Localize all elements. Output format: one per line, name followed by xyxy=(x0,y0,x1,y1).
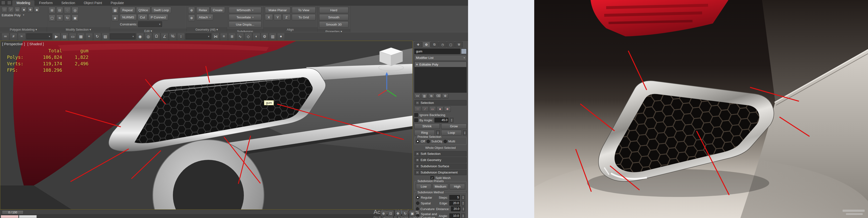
polygon-mode-icon[interactable]: ■ xyxy=(21,7,27,12)
modifier-list-dropdown[interactable]: Modifier List ▾ xyxy=(414,55,467,61)
selection-filter-dropdown[interactable]: ▾ xyxy=(26,34,52,39)
remove-modifier-icon[interactable]: ⌫ xyxy=(435,93,441,99)
viewport-pov-label[interactable]: [ Perspective ] xyxy=(2,42,25,46)
preset-high-button[interactable]: High xyxy=(450,184,465,189)
constraints-dropdown[interactable]: ▾ xyxy=(138,21,162,27)
attach-button[interactable]: Attach▾ xyxy=(196,14,213,20)
panel-caption[interactable]: Modify Selection ▾ xyxy=(47,27,110,32)
layer-manager-icon[interactable]: ≣ xyxy=(228,33,236,40)
display-tab-icon[interactable]: ▢ xyxy=(447,42,455,47)
vertex-subobject-icon[interactable]: ∷ xyxy=(414,106,421,112)
invert-selection-icon[interactable]: ↻ xyxy=(64,14,71,21)
panel-caption[interactable]: Geometry (All) ▾ xyxy=(187,27,227,32)
method-spatial-radio[interactable] xyxy=(416,202,420,205)
panel-caption[interactable]: Polygon Modeling ▾ xyxy=(0,27,47,32)
motion-tab-icon[interactable]: ◷ xyxy=(439,42,446,47)
rollout-edit-geometry[interactable]: + Edit Geometry xyxy=(414,157,467,163)
geometry-tool-icon-1[interactable]: ⊕ xyxy=(188,7,195,14)
ring-spinner[interactable] xyxy=(436,131,440,135)
bind-to-space-warp-icon[interactable]: ≈ xyxy=(18,33,25,40)
material-editor-icon[interactable]: ◐ xyxy=(253,33,260,40)
show-end-result-icon[interactable]: ▥ xyxy=(421,93,428,99)
by-angle-checkbox[interactable] xyxy=(414,118,418,122)
by-angle-field[interactable]: 45.0 xyxy=(434,118,448,122)
preview-multi-radio[interactable] xyxy=(443,140,447,143)
grow-button[interactable]: Grow xyxy=(441,123,467,129)
window-crossing-icon[interactable]: ▦ xyxy=(78,33,84,40)
viewport-label[interactable]: [ Perspective ] [ Shaded ] xyxy=(2,42,45,46)
rectangular-selection-icon[interactable]: ▭ xyxy=(69,33,76,40)
curve-editor-icon[interactable]: ∿ xyxy=(237,33,244,40)
shrink-selection-icon[interactable]: ⊟ xyxy=(56,7,63,14)
element-mode-icon[interactable]: ❖ xyxy=(28,7,33,12)
rollout-subdivision-surface[interactable]: + Subdivision Surface xyxy=(414,164,467,169)
planar-z-button[interactable]: Z xyxy=(282,14,290,20)
pconnect-button[interactable]: P Connect xyxy=(148,14,168,20)
rollout-subdivision-displacement[interactable]: − Subdivision Displacement xyxy=(414,170,467,175)
zoom-icon[interactable]: ⊕ xyxy=(380,210,387,217)
orbit-icon[interactable]: ↻ xyxy=(402,210,408,217)
edge-field[interactable]: 20.0 xyxy=(450,201,460,206)
to-view-button[interactable]: To View xyxy=(292,7,315,13)
preview-off-radio[interactable] xyxy=(416,140,420,143)
object-color-swatch[interactable] xyxy=(461,48,467,54)
swift-loop-button[interactable]: Swift Loop xyxy=(151,7,171,13)
configure-modifier-sets-icon[interactable]: ⚙ xyxy=(442,93,448,99)
rendered-frame-icon[interactable]: ▥ xyxy=(269,33,276,40)
outline-selection-icon[interactable]: ▢ xyxy=(49,14,55,21)
object-name-field[interactable]: gum xyxy=(414,48,460,54)
select-and-scale-icon[interactable]: ▧ xyxy=(102,33,109,40)
planar-y-button[interactable]: Y xyxy=(274,14,282,20)
angle-spinner[interactable] xyxy=(461,213,465,218)
angle-snap-icon[interactable]: ∠ xyxy=(161,33,168,40)
collapse-icon[interactable]: − xyxy=(416,171,419,174)
edge-subobject-icon[interactable]: ∕ xyxy=(422,106,429,112)
distance-spinner[interactable] xyxy=(462,207,465,211)
spinner-snap-icon[interactable]: ↕ xyxy=(178,33,184,40)
tab-object-paint[interactable]: Object Paint xyxy=(80,0,106,6)
unlink-selection-icon[interactable]: ≠ xyxy=(10,33,17,40)
select-and-manipulate-icon[interactable]: ◎ xyxy=(145,33,152,40)
timeline[interactable]: 0 / 100 xyxy=(0,210,413,215)
distance-field[interactable]: 20.0 xyxy=(451,207,460,211)
steps-spinner[interactable] xyxy=(461,195,465,200)
relax-button[interactable]: Relax xyxy=(196,7,210,13)
use-pivot-center-icon[interactable]: ◉ xyxy=(137,33,144,40)
tab-populate[interactable]: Populate xyxy=(106,0,128,6)
by-angle-spinner[interactable] xyxy=(450,118,454,122)
app-menu-icon[interactable] xyxy=(1,1,5,5)
angle-field[interactable]: 10.0 xyxy=(450,213,460,218)
zoom-extents-icon[interactable]: ⊡ xyxy=(388,210,394,217)
to-grid-button[interactable]: To Grid xyxy=(292,14,315,20)
make-planar-button[interactable]: Make Planar xyxy=(265,7,290,13)
ring-selection-icon[interactable]: ◎ xyxy=(72,7,79,14)
schematic-view-icon[interactable]: ◇ xyxy=(245,33,252,40)
method-regular-radio[interactable] xyxy=(416,196,420,199)
maxscript-mini-listener-2[interactable] xyxy=(19,215,37,218)
hierarchy-tab-icon[interactable]: ⧉ xyxy=(431,42,438,47)
steps-field[interactable]: 5 xyxy=(450,195,460,200)
polygon-subobject-icon[interactable]: ■ xyxy=(437,106,443,112)
edge-mode-icon[interactable]: ∕ xyxy=(8,7,14,12)
grow-selection-icon[interactable]: ⊞ xyxy=(49,7,55,14)
preset-medium-button[interactable]: Medium xyxy=(433,184,448,189)
tab-selection[interactable]: Selection xyxy=(57,0,80,6)
nurms-button[interactable]: NURMS xyxy=(120,14,137,20)
expand-icon[interactable]: + xyxy=(416,158,419,162)
rollout-selection[interactable]: − Selection xyxy=(414,100,467,106)
viewport-shading-label[interactable]: [ Shaded ] xyxy=(27,42,44,46)
split-mesh-checkbox[interactable]: ✓ xyxy=(430,176,434,180)
ring-button[interactable]: Ring xyxy=(414,130,435,136)
utilities-tab-icon[interactable]: ⚒ xyxy=(455,42,463,47)
select-by-name-icon[interactable]: ▤ xyxy=(61,33,68,40)
render-setup-icon[interactable]: ⚙ xyxy=(261,33,268,40)
align-icon[interactable]: ≡ xyxy=(220,33,227,40)
shrink-button[interactable]: Shrink xyxy=(414,123,440,129)
select-and-rotate-icon[interactable]: ↻ xyxy=(94,33,101,40)
chevron-down-icon[interactable]: ▾ xyxy=(23,13,25,17)
perspective-viewport[interactable]: [ Perspective ] [ Shaded ] Totalgum Poly… xyxy=(0,41,413,210)
select-and-move-icon[interactable]: + xyxy=(86,33,93,40)
preview-subobj-radio[interactable] xyxy=(427,140,430,143)
snaps-toggle-icon[interactable]: Ω xyxy=(153,33,160,40)
named-selection-dropdown[interactable]: ▾ xyxy=(186,34,211,39)
